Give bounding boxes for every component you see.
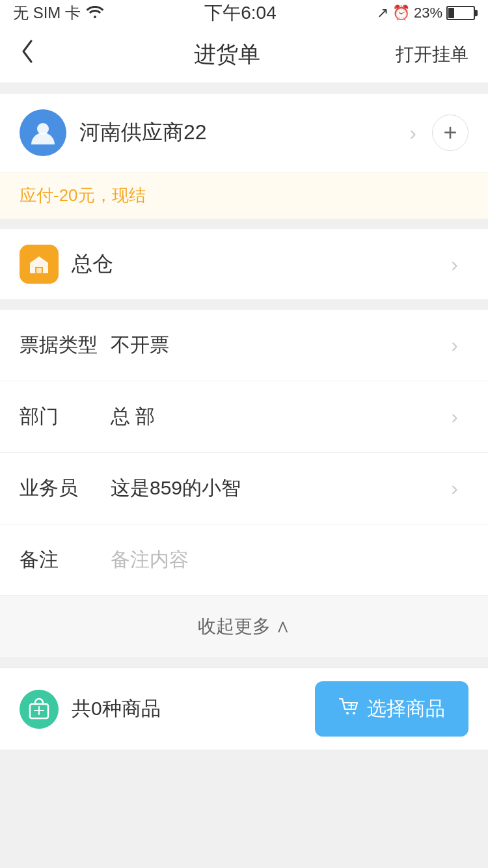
warehouse-section: 总仓 › <box>0 229 488 299</box>
open-pending-button[interactable]: 打开挂单 <box>396 42 468 67</box>
notice-bar: 应付-20元，现结 <box>0 172 488 219</box>
add-supplier-button[interactable]: + <box>432 115 468 151</box>
supplier-avatar <box>20 109 66 156</box>
gap-2 <box>0 219 488 229</box>
chevron-right-icon: › <box>409 121 416 145</box>
svg-point-4 <box>346 712 349 714</box>
invoice-label: 票据类型 <box>20 332 111 359</box>
sales-value: 这是859的小智 <box>111 475 451 502</box>
supplier-section: 河南供应商22 › + 应付-20元，现结 <box>0 94 488 219</box>
page-title: 进货单 <box>194 40 260 70</box>
select-product-label: 选择商品 <box>367 696 445 722</box>
supplier-name: 河南供应商22 <box>79 118 409 147</box>
status-left: 无 SIM 卡 <box>13 3 104 23</box>
sales-chevron-icon: › <box>451 476 458 500</box>
bottom-bar: 共0种商品 选择商品 <box>0 668 488 750</box>
dept-value: 总 部 <box>111 403 451 430</box>
form-section: 票据类型 不开票 › 部门 总 部 › 业务员 这是859的小智 › 备注 备注… <box>0 310 488 657</box>
location-icon: ↗ <box>377 5 388 21</box>
invoice-row[interactable]: 票据类型 不开票 › <box>0 310 488 381</box>
remark-input[interactable]: 备注内容 <box>111 547 468 573</box>
sales-row[interactable]: 业务员 这是859的小智 › <box>0 452 488 524</box>
alarm-icon: ⏰ <box>392 5 410 21</box>
status-right: ↗ ⏰ 23% <box>377 5 475 21</box>
warehouse-name: 总仓 <box>72 250 451 278</box>
svg-rect-2 <box>36 268 42 273</box>
battery-icon <box>446 6 475 20</box>
warehouse-row[interactable]: 总仓 › <box>0 229 488 299</box>
sim-label: 无 SIM 卡 <box>13 3 81 23</box>
supplier-row[interactable]: 河南供应商22 › + <box>0 94 488 172</box>
product-count-label: 共0种商品 <box>72 696 315 722</box>
select-product-icon <box>338 698 359 720</box>
battery-percent: 23% <box>414 5 442 21</box>
dept-label: 部门 <box>20 403 111 430</box>
nav-bar: 进货单 打开挂单 <box>0 26 488 83</box>
status-bar: 无 SIM 卡 下午6:04 ↗ ⏰ 23% <box>0 0 488 26</box>
back-button[interactable] <box>20 38 59 70</box>
remark-label: 备注 <box>20 547 111 573</box>
invoice-value: 不开票 <box>111 332 451 359</box>
collapse-label: 收起更多 ∧ <box>198 614 291 639</box>
warehouse-icon <box>20 245 59 284</box>
status-time: 下午6:04 <box>204 1 277 25</box>
dept-row[interactable]: 部门 总 部 › <box>0 381 488 452</box>
sales-label: 业务员 <box>20 475 111 502</box>
remark-row[interactable]: 备注 备注内容 <box>0 524 488 595</box>
select-product-button[interactable]: 选择商品 <box>315 681 468 737</box>
warehouse-chevron-icon: › <box>451 252 458 277</box>
gap-3 <box>0 299 488 310</box>
gap-1 <box>0 83 488 94</box>
notice-text: 应付-20元，现结 <box>20 185 146 205</box>
dept-chevron-icon: › <box>451 405 458 429</box>
svg-point-5 <box>353 712 355 714</box>
collapse-button[interactable]: 收起更多 ∧ <box>0 595 488 657</box>
invoice-chevron-icon: › <box>451 333 458 357</box>
wifi-icon <box>86 4 104 22</box>
product-count-icon <box>20 690 59 729</box>
